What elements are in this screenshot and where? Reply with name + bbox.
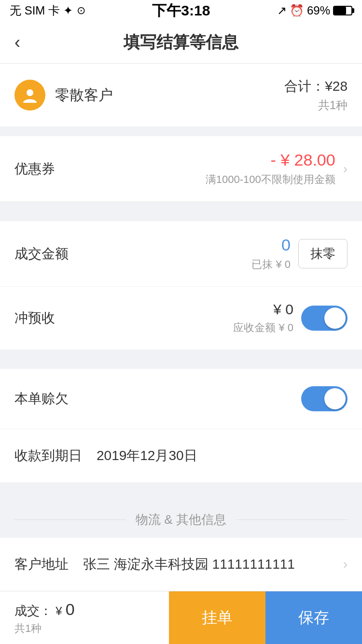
due-date-row: 收款到期日 2019年12月30日: [0, 429, 362, 482]
nav-bar: ‹ 填写结算等信息: [0, 21, 362, 64]
wifi-icon: ⊙: [77, 4, 85, 17]
coupon-desc: 满1000-100不限制使用金额: [206, 172, 335, 187]
credit-toggle-knob: [324, 388, 346, 409]
svg-point-0: [27, 89, 33, 96]
customer-row: 零散客户 合计：¥28 共1种: [0, 64, 362, 126]
back-button[interactable]: ‹: [10, 28, 25, 57]
battery-icon: [333, 6, 352, 15]
prepay-label: 冲预收: [14, 309, 55, 327]
credit-row: 本单赊欠: [0, 369, 362, 429]
bottom-summary: 成交： ¥ 0 共1种: [0, 600, 169, 636]
round-button[interactable]: 抹零: [298, 239, 348, 268]
divider-right: [236, 519, 348, 520]
due-date-value: 2019年12月30日: [97, 447, 197, 465]
prepay-right: ¥ 0 应收金额 ¥ 0: [233, 301, 348, 335]
section-divider-2: [0, 359, 362, 369]
content: 零散客户 合计：¥28 共1种 优惠券 - ¥ 28.00 满1000-100不…: [0, 64, 362, 644]
bottom-amount: 成交： ¥ 0: [14, 600, 154, 619]
logistics-header: 物流 & 其他信息: [0, 502, 362, 538]
status-right: ↗ ⏰ 69%: [277, 4, 352, 17]
deal-amount-row: 成交金额 0 已抹 ¥ 0 抹零: [0, 221, 362, 287]
deal-amount-section: 成交金额 0 已抹 ¥ 0 抹零 冲预收 ¥ 0 应收金额 ¥ 0: [0, 221, 362, 350]
coupon-right: - ¥ 28.00 满1000-100不限制使用金额 ›: [206, 151, 348, 187]
logistics-title: 物流 & 其他信息: [136, 511, 226, 528]
divider-left: [14, 519, 126, 520]
bottom-value: 0: [66, 600, 75, 618]
hold-button[interactable]: 挂单: [169, 591, 265, 644]
location-icon: ↗: [277, 4, 287, 17]
deal-amount-value: 0: [251, 236, 291, 254]
coupon-row[interactable]: 优惠券 - ¥ 28.00 满1000-100不限制使用金额 ›: [0, 136, 362, 202]
customer-total: 合计：¥28 共1种: [284, 77, 348, 113]
prepay-sub: 应收金额 ¥ 0: [233, 321, 293, 335]
address-value: 张三 海淀永丰科技园 11111111111: [83, 555, 343, 574]
page-title: 填写结算等信息: [124, 31, 238, 54]
prepay-toggle[interactable]: [301, 306, 348, 331]
address-chevron-icon: ›: [343, 557, 348, 572]
prepay-row: 冲预收 ¥ 0 应收金额 ¥ 0: [0, 287, 362, 350]
coupon-amount: - ¥ 28.00: [206, 151, 335, 169]
credit-label: 本单赊欠: [14, 390, 69, 408]
save-button[interactable]: 保存: [265, 591, 362, 644]
bottom-amount-label: 成交：: [14, 603, 52, 618]
toggle-knob: [324, 308, 346, 329]
coupon-info: - ¥ 28.00 满1000-100不限制使用金额: [206, 151, 335, 187]
coupon-label: 优惠券: [14, 160, 55, 178]
address-row[interactable]: 客户地址 张三 海淀永丰科技园 11111111111 ›: [0, 538, 362, 591]
total-amount: 合计：¥28: [284, 77, 348, 96]
credit-toggle[interactable]: [301, 386, 348, 411]
status-bar: 无 SIM 卡 ✦ ⊙ 下午3:18 ↗ ⏰ 69%: [0, 0, 362, 21]
battery-percent: 69%: [307, 4, 330, 17]
deal-amount-right: 0 已抹 ¥ 0 抹零: [251, 236, 348, 272]
status-time: 下午3:18: [152, 1, 210, 21]
bottom-bar: 成交： ¥ 0 共1种 挂单 保存: [0, 591, 362, 644]
avatar: [14, 80, 45, 111]
alarm-icon: ⏰: [290, 4, 304, 17]
prepay-amount: ¥ 0: [233, 301, 293, 318]
customer-name: 零散客户: [55, 85, 113, 105]
no-sim-label: 无 SIM 卡 ✦: [10, 3, 73, 18]
bottom-count: 共1种: [14, 621, 154, 636]
section-divider-3: [0, 492, 362, 502]
bottom-currency: ¥: [56, 604, 62, 617]
coupon-chevron-icon: ›: [343, 161, 348, 177]
coupon-section: 优惠券 - ¥ 28.00 满1000-100不限制使用金额 ›: [0, 136, 362, 202]
address-section: 客户地址 张三 海淀永丰科技园 11111111111 ›: [0, 538, 362, 591]
total-count: 共1种: [284, 98, 348, 113]
deal-amount-label: 成交金额: [14, 245, 69, 263]
due-date-label: 收款到期日: [14, 447, 82, 465]
prepay-col: ¥ 0 应收金额 ¥ 0: [233, 301, 293, 335]
address-label: 客户地址: [14, 555, 69, 574]
section-divider-1: [0, 211, 362, 221]
deal-amount-sub: 已抹 ¥ 0: [251, 257, 291, 272]
customer-info: 零散客户: [14, 80, 113, 111]
credit-section: 本单赊欠 收款到期日 2019年12月30日: [0, 369, 362, 482]
status-left: 无 SIM 卡 ✦ ⊙: [10, 3, 85, 18]
deal-amount-col: 0 已抹 ¥ 0: [251, 236, 291, 272]
